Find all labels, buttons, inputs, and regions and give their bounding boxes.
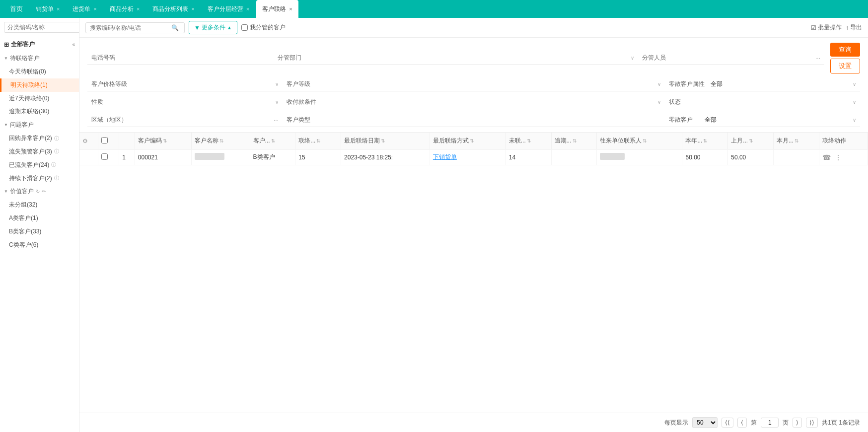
col-last-contact-date[interactable]: 最后联络日期⇅ bbox=[341, 133, 430, 149]
filter-payment: 收付款条件 ∨ bbox=[283, 95, 665, 109]
payment-chevron[interactable]: ∨ bbox=[657, 99, 661, 105]
batch-op-button[interactable]: ☑ 批量操作 bbox=[811, 23, 842, 32]
col-overdue[interactable]: 逾期...⇅ bbox=[551, 133, 597, 149]
select-all-checkbox[interactable] bbox=[101, 137, 108, 144]
nav-sales-order[interactable]: 销货单 × bbox=[30, 0, 66, 18]
my-customers-checkbox-label[interactable]: 我分管的客户 bbox=[241, 23, 286, 32]
col-this-year[interactable]: 本年...⇅ bbox=[682, 133, 728, 149]
search-input[interactable] bbox=[90, 24, 169, 31]
problem-customers-group[interactable]: ▼ 问题客户 bbox=[0, 118, 79, 132]
col-type[interactable]: 客户...⇅ bbox=[250, 133, 295, 149]
row-overdue bbox=[551, 149, 597, 165]
refresh-icon[interactable]: ↻ bbox=[36, 189, 40, 194]
col-last-month[interactable]: 上月...⇅ bbox=[728, 133, 774, 149]
close-customer-contact[interactable]: × bbox=[289, 6, 292, 12]
close-customer-segmentation[interactable]: × bbox=[246, 6, 249, 12]
more-filter-button[interactable]: ▼ 更多条件 ▲ bbox=[189, 21, 237, 34]
settings-button[interactable]: 设置 bbox=[830, 59, 860, 73]
sidebar-item-churned[interactable]: 已流失客户(24) ⓘ bbox=[0, 158, 79, 172]
col-code[interactable]: 客户编码⇅ bbox=[135, 133, 191, 149]
my-customers-checkbox[interactable] bbox=[241, 24, 248, 31]
filter-actions: 查询 设置 bbox=[824, 43, 860, 73]
sidebar-item-tomorrow-pending[interactable]: 明天待联络(1) bbox=[0, 78, 79, 92]
row-last-contact-way[interactable]: 下销货单 bbox=[430, 149, 506, 165]
col-last-contact-way[interactable]: 最后联络方式⇅ bbox=[430, 133, 506, 149]
nav-customer-contact[interactable]: 客户联络 × bbox=[256, 0, 298, 18]
customer-level-chevron[interactable]: ∨ bbox=[657, 81, 661, 87]
sidebar-item-class-c[interactable]: C类客户(6) bbox=[0, 238, 79, 252]
prev-page-button[interactable]: ⟨ bbox=[737, 418, 747, 428]
dept-chevron[interactable]: ∨ bbox=[631, 55, 634, 61]
col-unit-contact[interactable]: 往来单位联系人⇅ bbox=[597, 133, 682, 149]
sidebar-item-declining[interactable]: 持续下滑客户(2) ⓘ bbox=[0, 172, 79, 185]
retail-attr-chevron[interactable]: ∨ bbox=[853, 81, 856, 87]
nav-product-analysis-list[interactable]: 商品分析列表 × bbox=[146, 0, 200, 18]
pagination: 每页显示 50 20 100 ⟨⟨ ⟨ 第 页 ⟩ ⟩⟩ 共1页 1条记录 bbox=[79, 413, 868, 432]
expand-icon: ▼ bbox=[4, 56, 8, 61]
row-unit-contact bbox=[597, 149, 682, 165]
col-contact[interactable]: 联络...⇅ bbox=[295, 133, 341, 149]
col-checkbox[interactable] bbox=[98, 133, 119, 149]
search-icon[interactable]: 🔍 bbox=[171, 24, 179, 31]
sidebar-item-overdue-pending[interactable]: 逾期未联络(30) bbox=[0, 105, 79, 118]
nav-purchase-order[interactable]: 进货单 × bbox=[67, 0, 102, 18]
region-dots[interactable]: ··· bbox=[274, 117, 279, 124]
col-not-contacted[interactable]: 未联...⇅ bbox=[506, 133, 551, 149]
row-checkbox[interactable] bbox=[98, 149, 119, 165]
sidebar-item-repurchase-abnormal[interactable]: 回购异常客户(2) ⓘ bbox=[0, 132, 79, 145]
sidebar-item-7days-pending[interactable]: 近7天待联络(0) bbox=[0, 92, 79, 105]
person-dots[interactable]: ··· bbox=[815, 55, 820, 62]
close-product-analysis-list[interactable]: × bbox=[191, 6, 194, 12]
filter-customer-level: 客户等级 ∨ bbox=[283, 77, 665, 91]
nav-home[interactable]: 首页 bbox=[4, 0, 29, 18]
edit-icon[interactable]: ✏ bbox=[42, 189, 46, 194]
last-page-button[interactable]: ⟩⟩ bbox=[806, 418, 818, 428]
sidebar-item-churn-warning[interactable]: 流失预警客户(3) ⓘ bbox=[0, 145, 79, 158]
col-name[interactable]: 客户名称⇅ bbox=[192, 133, 250, 149]
filter-region: 区域（地区） ··· bbox=[87, 113, 283, 127]
all-customers-title[interactable]: ⊞ 全部客户 « bbox=[0, 37, 79, 52]
export-button[interactable]: ↑ 导出 bbox=[846, 23, 862, 32]
nature-chevron[interactable]: ∨ bbox=[275, 99, 279, 105]
query-button[interactable]: 查询 bbox=[830, 43, 860, 57]
price-level-chevron[interactable]: ∨ bbox=[275, 81, 279, 87]
row-action-menu-icon[interactable]: ⋮ bbox=[835, 153, 842, 161]
row-this-month bbox=[773, 149, 819, 165]
close-product-analysis[interactable]: × bbox=[137, 6, 140, 12]
nav-product-analysis[interactable]: 商品分析 × bbox=[104, 0, 145, 18]
sidebar-item-class-a[interactable]: A类客户(1) bbox=[0, 212, 79, 225]
page-input[interactable] bbox=[761, 418, 779, 428]
contact-way-link[interactable]: 下销货单 bbox=[433, 153, 457, 160]
close-sales-order[interactable]: × bbox=[57, 6, 60, 12]
filter-panel: 电话号码 分管部门 ∨ 分管人员 ··· 查询 设置 客户价格等级 bbox=[79, 38, 868, 133]
retail-chevron[interactable]: ∨ bbox=[853, 117, 856, 123]
sidebar-item-class-b[interactable]: B类客户(33) bbox=[0, 225, 79, 238]
row-select-checkbox[interactable] bbox=[101, 153, 108, 160]
value-customers-group[interactable]: ▼ 价值客户 ↻ ✏ bbox=[0, 185, 79, 198]
toolbar: 🔍 ▼ 更多条件 ▲ 我分管的客户 ☑ 批量操作 ↑ 导出 bbox=[79, 18, 868, 38]
filter-retail: 零散客户 全部 ∨ bbox=[665, 113, 860, 127]
row-not-contacted: 14 bbox=[506, 149, 551, 165]
filter-row-4: 区域（地区） ··· 客户类型 零散客户 全部 ∨ bbox=[87, 113, 860, 127]
sidebar-search-input[interactable] bbox=[4, 22, 79, 33]
top-navigation: 首页 销货单 × 进货单 × 商品分析 × 商品分析列表 × 客户分层经营 × … bbox=[0, 0, 868, 18]
main-layout: 🔍 ⊞ 全部客户 « ▼ 待联络客户 今天待联络(0) 明天待联络(1) 近7天… bbox=[0, 18, 868, 432]
first-page-button[interactable]: ⟨⟨ bbox=[722, 418, 733, 428]
sidebar-item-today-pending[interactable]: 今天待联络(0) bbox=[0, 65, 79, 78]
sort-icon-this-year: ⇅ bbox=[703, 138, 707, 144]
per-page-select[interactable]: 50 20 100 bbox=[692, 417, 718, 428]
close-purchase-order[interactable]: × bbox=[93, 6, 96, 12]
pending-contact-group[interactable]: ▼ 待联络客户 bbox=[0, 52, 79, 65]
settings-gear-icon[interactable]: ⚙ bbox=[82, 138, 88, 144]
status-chevron[interactable]: ∨ bbox=[853, 99, 856, 105]
col-gear[interactable]: ⚙ bbox=[79, 133, 98, 149]
info-icon-1: ⓘ bbox=[54, 135, 59, 142]
sort-icon-unit-contact: ⇅ bbox=[643, 138, 647, 144]
grid-icon: ⊞ bbox=[4, 41, 9, 48]
nav-customer-segmentation[interactable]: 客户分层经营 × bbox=[202, 0, 255, 18]
next-page-button[interactable]: ⟩ bbox=[793, 418, 802, 428]
toolbar-right: ☑ 批量操作 ↑ 导出 bbox=[811, 23, 862, 32]
col-this-month[interactable]: 本月...⇅ bbox=[773, 133, 819, 149]
sidebar-item-ungrouped[interactable]: 未分组(32) bbox=[0, 198, 79, 212]
row-action-contact-icon[interactable]: ☎ bbox=[822, 153, 831, 161]
